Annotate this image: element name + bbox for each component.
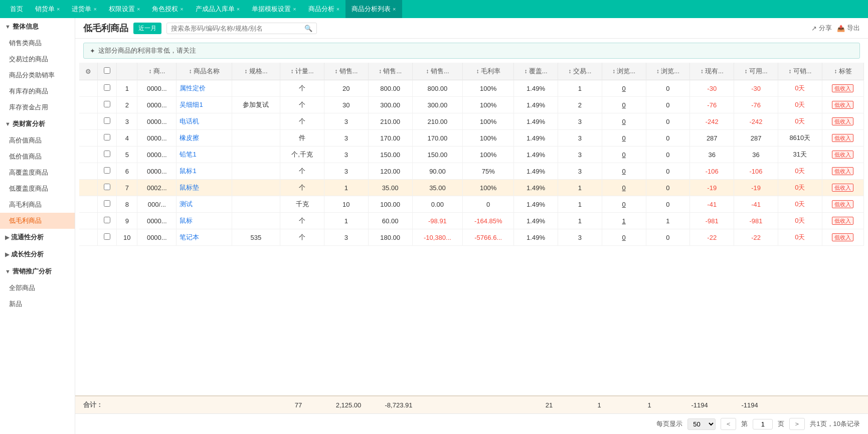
per-page-select[interactable]: 50 100 200 <box>687 418 716 430</box>
col-sales-price[interactable]: ↕ 销售... <box>368 63 412 80</box>
close-icon[interactable]: × <box>137 6 140 12</box>
col-name[interactable]: ↕ 商品名称 <box>177 63 232 80</box>
col-sales-qty[interactable]: ↕ 销售... <box>324 63 368 80</box>
row-name[interactable]: 橡皮擦 <box>177 130 232 147</box>
row-name[interactable]: 鼠标1 <box>177 163 232 180</box>
page-input[interactable] <box>753 419 773 429</box>
row-checkbox[interactable] <box>104 200 110 207</box>
row-checkbox[interactable] <box>104 184 110 190</box>
sidebar-item-high-coverage[interactable]: 高覆盖度商品 <box>0 165 75 181</box>
sidebar-section-wealth[interactable]: ▼ 类财富分析 <box>0 115 75 132</box>
sidebar-item-all-products[interactable]: 全部商品 <box>0 280 75 296</box>
row-browse1[interactable]: 0 <box>602 196 646 213</box>
close-icon[interactable]: × <box>180 6 183 12</box>
row-name[interactable]: 铅笔1 <box>177 147 232 163</box>
col-code[interactable]: ↕ 商... <box>137 63 177 80</box>
row-check[interactable] <box>97 213 117 229</box>
sidebar-item-stock-products[interactable]: 有库存的商品 <box>0 83 75 99</box>
col-browse2[interactable]: ↕ 浏览... <box>646 63 690 80</box>
table-container[interactable]: ⚙ ↕ 商... ↕ 商品名称 ↕ 规格... ↕ 计量... ↕ 销售... … <box>75 63 868 395</box>
row-browse1[interactable]: 0 <box>602 113 646 130</box>
row-name[interactable]: 电话机 <box>177 113 232 130</box>
row-checkbox[interactable] <box>104 151 110 157</box>
col-cover-rate[interactable]: ↕ 覆盖... <box>514 63 558 80</box>
nav-product-analysis-list[interactable]: 商品分析列表× <box>345 0 402 18</box>
row-check[interactable] <box>97 229 117 246</box>
search-box[interactable]: 🔍 <box>166 23 317 34</box>
row-check[interactable] <box>97 80 117 97</box>
col-spec[interactable]: ↕ 规格... <box>232 63 280 80</box>
row-browse1[interactable]: 0 <box>602 229 646 246</box>
row-check[interactable] <box>97 180 117 196</box>
settings-icon[interactable]: ⚙ <box>85 68 91 75</box>
row-name[interactable]: 鼠标 <box>177 213 232 229</box>
col-sales-amt[interactable]: ↕ 销售... <box>412 63 463 80</box>
col-checkbox[interactable] <box>97 63 117 80</box>
nav-product-analysis[interactable]: 商品分析× <box>302 0 345 18</box>
col-trade[interactable]: ↕ 交易... <box>558 63 602 80</box>
row-check[interactable] <box>97 130 117 147</box>
close-icon[interactable]: × <box>336 6 339 12</box>
row-check[interactable] <box>97 196 117 213</box>
row-check[interactable] <box>97 113 117 130</box>
close-icon[interactable]: × <box>237 6 240 12</box>
nav-permission[interactable]: 权限设置× <box>103 0 146 18</box>
sidebar-item-low-coverage[interactable]: 低覆盖度商品 <box>0 181 75 197</box>
col-gross-rate[interactable]: ↕ 毛利率 <box>463 63 514 80</box>
row-checkbox[interactable] <box>104 117 110 124</box>
sidebar-item-new-products[interactable]: 新品 <box>0 296 75 312</box>
sidebar-item-low-value[interactable]: 低价值商品 <box>0 149 75 165</box>
nav-product-in[interactable]: 产成品入库单× <box>190 0 246 18</box>
row-checkbox[interactable] <box>104 217 110 223</box>
sidebar-section-circulation[interactable]: ▶ 流通性分析 <box>0 229 75 246</box>
sidebar-item-high-value[interactable]: 高价值商品 <box>0 132 75 149</box>
prev-page-button[interactable]: ＜ <box>721 418 736 430</box>
row-browse1[interactable]: 0 <box>602 180 646 196</box>
sidebar-item-sales-products[interactable]: 销售类商品 <box>0 35 75 51</box>
row-name[interactable]: 吴细细1 <box>177 97 232 113</box>
col-unit[interactable]: ↕ 计量... <box>280 63 324 80</box>
row-browse1[interactable]: 1 <box>602 213 646 229</box>
row-check[interactable] <box>97 97 117 113</box>
nav-sales[interactable]: 销货单× <box>29 0 66 18</box>
search-input[interactable] <box>171 25 304 32</box>
row-name[interactable]: 属性定价 <box>177 80 232 97</box>
close-icon[interactable]: × <box>93 6 96 12</box>
sidebar-item-high-margin[interactable]: 高毛利商品 <box>0 197 75 213</box>
row-name[interactable]: 测试 <box>177 196 232 213</box>
sidebar-item-stock-capital[interactable]: 库存资金占用 <box>0 99 75 115</box>
close-icon[interactable]: × <box>57 6 60 12</box>
col-browse1[interactable]: ↕ 浏览... <box>602 63 646 80</box>
filter-period-button[interactable]: 近一月 <box>133 23 161 34</box>
col-current[interactable]: ↕ 现有... <box>690 63 734 80</box>
export-button[interactable]: 📤 导出 <box>837 24 860 33</box>
sidebar-section-growth[interactable]: ▶ 成长性分析 <box>0 246 75 263</box>
nav-template[interactable]: 单据模板设置× <box>246 0 302 18</box>
row-browse1[interactable]: 0 <box>602 97 646 113</box>
sidebar-section-marketing[interactable]: ▼ 营销推广分析 <box>0 263 75 280</box>
row-checkbox[interactable] <box>104 101 110 107</box>
select-all-checkbox[interactable] <box>104 67 110 74</box>
row-name[interactable]: 笔记本 <box>177 229 232 246</box>
close-icon[interactable]: × <box>393 6 396 12</box>
row-check[interactable] <box>97 163 117 180</box>
row-checkbox[interactable] <box>104 84 110 91</box>
sidebar-section-overall[interactable]: ▼ 整体信息 <box>0 18 75 35</box>
search-icon[interactable]: 🔍 <box>304 25 312 32</box>
row-checkbox[interactable] <box>104 167 110 174</box>
row-checkbox[interactable] <box>104 134 110 140</box>
nav-role[interactable]: 角色授权× <box>146 0 189 18</box>
col-settings[interactable]: ⚙ <box>79 63 97 80</box>
sidebar-item-traded-products[interactable]: 交易过的商品 <box>0 51 75 67</box>
row-check[interactable] <box>97 147 117 163</box>
row-name[interactable]: 鼠标垫 <box>177 180 232 196</box>
row-browse1[interactable]: 0 <box>602 130 646 147</box>
row-checkbox[interactable] <box>104 233 110 240</box>
sidebar-item-category-rate[interactable]: 商品分类助销率 <box>0 67 75 83</box>
col-tag[interactable]: ↕ 标签 <box>822 63 863 80</box>
row-browse1[interactable]: 0 <box>602 163 646 180</box>
share-button[interactable]: ↗ 分享 <box>811 24 832 33</box>
row-browse1[interactable]: 0 <box>602 147 646 163</box>
col-available[interactable]: ↕ 可用... <box>734 63 778 80</box>
nav-home[interactable]: 首页 <box>4 0 29 18</box>
